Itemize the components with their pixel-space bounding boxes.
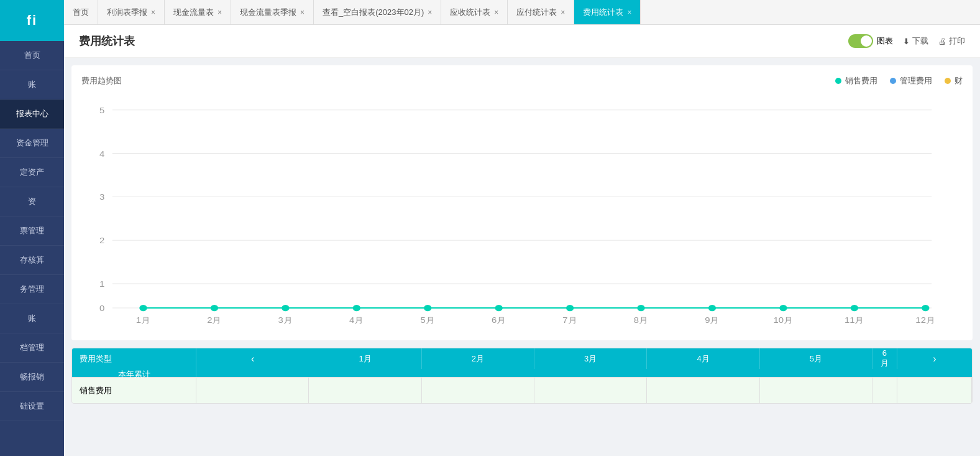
download-button[interactable]: ⬇ 下载 xyxy=(903,35,928,47)
td-m1-empty xyxy=(196,378,309,403)
legend-dot-mgmt xyxy=(890,78,896,84)
chart-toggle[interactable] xyxy=(848,34,873,48)
sidebar-item-home[interactable]: 首页 xyxy=(0,41,64,70)
sidebar-item-investment[interactable]: 资 xyxy=(0,187,64,216)
legend-label-sales: 销售费用 xyxy=(845,75,877,86)
th-m6: 6月 xyxy=(872,348,897,369)
svg-text:6月: 6月 xyxy=(492,316,506,325)
svg-text:0: 0 xyxy=(99,304,105,313)
svg-text:8月: 8月 xyxy=(634,316,649,325)
td-m2 xyxy=(422,378,534,403)
chart-point xyxy=(353,305,360,311)
tab-cash-flow-season[interactable]: 现金流量表季报 × xyxy=(231,0,314,25)
chart-point xyxy=(211,305,218,311)
tab-close-receivable[interactable]: × xyxy=(494,8,498,17)
chart-point xyxy=(566,305,574,311)
legend-sales: 销售费用 xyxy=(835,75,877,86)
legend-mgmt: 管理费用 xyxy=(890,75,932,86)
content-area: 费用统计表 图表 ⬇ 下载 🖨 打印 费用趋势图 xyxy=(64,25,980,456)
svg-text:1: 1 xyxy=(99,280,104,289)
th-m4: 4月 xyxy=(647,348,759,369)
app-logo: fi xyxy=(0,0,64,41)
chart-point xyxy=(851,305,858,311)
sidebar-item-report-center[interactable]: 报表中心 xyxy=(0,100,64,129)
header-actions: 图表 ⬇ 下载 🖨 打印 xyxy=(848,34,965,48)
sidebar-item-ledger[interactable]: 账 xyxy=(0,304,64,333)
th-m3: 3月 xyxy=(534,348,647,369)
sidebar-item-account[interactable]: 账 xyxy=(0,70,64,100)
th-m2: 2月 xyxy=(422,348,534,369)
svg-text:2: 2 xyxy=(99,237,104,246)
chart-point xyxy=(282,305,289,311)
th-m5: 5月 xyxy=(760,348,872,369)
sidebar: fi 首页 账 报表中心 资金管理 定资产 资 票管理 存核算 务管理 账 档管… xyxy=(0,0,64,456)
download-icon: ⬇ xyxy=(903,37,910,46)
svg-text:7月: 7月 xyxy=(562,316,577,325)
chart-legend: 销售费用 管理费用 财 xyxy=(835,75,963,86)
sidebar-item-ticket-mgmt[interactable]: 票管理 xyxy=(0,216,64,246)
tab-close-cash-flow[interactable]: × xyxy=(218,8,222,17)
tab-close-blank-report[interactable]: × xyxy=(428,8,432,17)
tab-home[interactable]: 首页 xyxy=(64,0,98,25)
page-title: 费用统计表 xyxy=(79,34,135,49)
td-m5 xyxy=(760,378,872,403)
tab-close-payable[interactable]: × xyxy=(561,8,565,17)
td-type: 销售费用 xyxy=(72,378,196,403)
svg-text:3月: 3月 xyxy=(278,316,293,325)
tab-blank-report[interactable]: 查看_空白报表(2023年02月) × xyxy=(314,0,441,25)
td-m4 xyxy=(647,378,759,403)
table-row: 销售费用 xyxy=(72,377,972,403)
tab-profit-season[interactable]: 利润表季报 × xyxy=(98,0,165,25)
th-type: 费用类型 xyxy=(72,348,196,369)
tab-close-expense-stats[interactable]: × xyxy=(627,8,631,17)
sidebar-item-fund-mgmt[interactable]: 资金管理 xyxy=(0,129,64,158)
svg-text:3: 3 xyxy=(99,193,104,202)
svg-text:10月: 10月 xyxy=(773,316,793,325)
chart-point xyxy=(495,305,502,311)
sidebar-item-inventory[interactable]: 存核算 xyxy=(0,246,64,275)
tab-close-profit-season[interactable]: × xyxy=(151,8,155,17)
sidebar-item-service-mgmt[interactable]: 务管理 xyxy=(0,275,64,304)
page-header: 费用统计表 图表 ⬇ 下载 🖨 打印 xyxy=(64,25,980,58)
sidebar-item-archive-mgmt[interactable]: 档管理 xyxy=(0,333,64,363)
td-m6 xyxy=(872,378,897,403)
svg-text:4月: 4月 xyxy=(349,316,364,325)
chart-toggle-label: 图表 xyxy=(877,35,893,47)
chart-point xyxy=(424,305,431,311)
print-icon: 🖨 xyxy=(938,37,946,46)
svg-text:12月: 12月 xyxy=(915,316,935,325)
chart-toggle-wrap: 图表 xyxy=(848,34,893,48)
chart-point xyxy=(637,305,644,311)
tab-expense-stats[interactable]: 费用统计表 × xyxy=(574,0,641,25)
chart-header: 费用趋势图 销售费用 管理费用 财 xyxy=(81,75,963,86)
tab-close-cash-flow-season[interactable]: × xyxy=(300,8,305,17)
legend-dot-sales xyxy=(835,78,841,84)
svg-text:5: 5 xyxy=(99,106,105,115)
svg-text:5月: 5月 xyxy=(420,316,435,325)
sidebar-item-sales-return[interactable]: 畅报销 xyxy=(0,363,64,392)
th-prev-button[interactable]: ‹ xyxy=(196,353,309,365)
chart-point xyxy=(779,305,787,311)
tab-payable[interactable]: 应付统计表 × xyxy=(508,0,574,25)
td-m3 xyxy=(534,378,647,403)
print-button[interactable]: 🖨 打印 xyxy=(938,35,965,47)
svg-text:4: 4 xyxy=(99,150,105,159)
sidebar-item-fixed-assets[interactable]: 定资产 xyxy=(0,158,64,187)
tab-bar: 首页 利润表季报 × 现金流量表 × 现金流量表季报 × 查看_空白报表(202… xyxy=(64,0,980,25)
svg-text:1月: 1月 xyxy=(136,316,151,325)
legend-label-finance: 财 xyxy=(955,75,963,86)
th-m1: 1月 xyxy=(309,348,421,369)
expense-table: 费用类型 ‹ 1月 2月 3月 4月 5月 6月 › 本年累计 销售费用 xyxy=(71,348,973,404)
td-m1 xyxy=(309,378,421,403)
line-chart-svg: 5 4 3 2 1 0 1月 2月 3月 xyxy=(81,94,963,330)
svg-text:11月: 11月 xyxy=(845,316,864,325)
chart-container: 5 4 3 2 1 0 1月 2月 3月 xyxy=(81,94,963,330)
sidebar-item-base-settings[interactable]: 础设置 xyxy=(0,392,64,421)
legend-finance: 财 xyxy=(945,75,963,86)
th-next-button[interactable]: › xyxy=(897,353,972,365)
tab-receivable[interactable]: 应收统计表 × xyxy=(441,0,508,25)
svg-text:2月: 2月 xyxy=(207,316,222,325)
chart-section: 费用趋势图 销售费用 管理费用 财 xyxy=(71,65,973,340)
tab-cash-flow[interactable]: 现金流量表 × xyxy=(165,0,231,25)
chart-point xyxy=(139,305,147,311)
